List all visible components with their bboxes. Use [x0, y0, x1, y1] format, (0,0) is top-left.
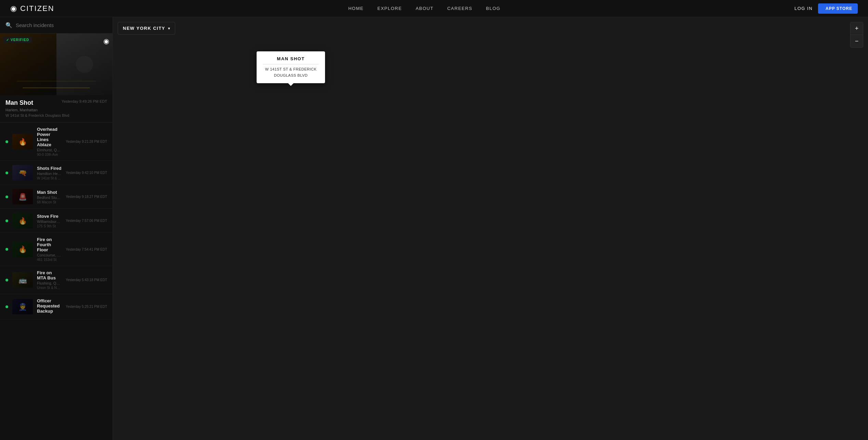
- incident-content: Man Shot Bedford Stuyvesant, Brooklyn 68…: [37, 190, 62, 204]
- map-incident-popup[interactable]: MAN SHOT W 141ST ST & FREDERICK DOUGLASS…: [257, 51, 325, 83]
- location-label: NEW YORK CITY: [123, 26, 165, 31]
- incident-address: 461 153rd St: [37, 258, 62, 262]
- logo[interactable]: ◉ CITIZEN: [10, 4, 54, 13]
- popup-divider: [263, 64, 319, 64]
- incident-content: Fire on Fourth Floor Concourse, Bronx 46…: [37, 237, 62, 262]
- incident-thumbnail: 🔫: [12, 165, 33, 180]
- verified-label: VERIFIED: [11, 38, 29, 42]
- incident-title: Fire on Fourth Floor: [37, 237, 62, 252]
- featured-image: ✓ VERIFIED ◉: [0, 34, 113, 95]
- popup-arrow: [288, 83, 294, 86]
- featured-incident[interactable]: ✓ VERIFIED ◉ Man Shot Yesterday 9:49:26 …: [0, 34, 113, 123]
- incident-time: Yesterday 7:54:41 PM EDT: [66, 248, 107, 251]
- login-button[interactable]: LOG IN: [794, 6, 813, 11]
- featured-time: Yesterday 9:49:26 PM EDT: [62, 99, 107, 103]
- nav-explore[interactable]: EXPLORE: [377, 6, 402, 11]
- incident-title: Shots Fired: [37, 166, 62, 171]
- zoom-in-button[interactable]: +: [851, 22, 863, 35]
- incident-time: Yesterday 5:43:18 PM EDT: [66, 278, 107, 282]
- nav-links: HOME EXPLORE ABOUT CAREERS BLOG: [348, 6, 501, 11]
- list-item[interactable]: 🔥 Overhead Power Lines Ablaze Elmhurst, …: [0, 123, 113, 161]
- incident-location: Hamilton Heights, Manhattan: [37, 172, 62, 176]
- status-dot: [5, 140, 8, 143]
- featured-location: Harlem, Manhattan: [5, 108, 107, 112]
- incident-time: Yesterday 9:21:28 PM EDT: [66, 140, 107, 143]
- incident-location: Elmhurst, Queens: [37, 148, 62, 152]
- popup-address: W 141ST ST & FREDERICK DOUGLASS BLVD: [263, 66, 319, 78]
- popup-address-line1: W 141ST ST & FREDERICK: [265, 67, 317, 71]
- nav-home[interactable]: HOME: [348, 6, 364, 11]
- incident-thumbnail: 🔥: [12, 213, 33, 228]
- signal-icon: ◉: [103, 37, 109, 45]
- appstore-button[interactable]: APP STORE: [818, 3, 858, 14]
- incident-thumbnail: 🚌: [12, 272, 33, 288]
- citizen-logo-text: ◉ CITIZEN: [10, 4, 54, 13]
- incident-content: Stove Fire Williamsburg, Brooklyn 175 S …: [37, 214, 62, 228]
- status-dot: [5, 279, 8, 281]
- map-background: [113, 17, 868, 440]
- nav-careers[interactable]: CAREERS: [447, 6, 472, 11]
- map-zoom-controls: + −: [850, 22, 863, 48]
- status-dot: [5, 196, 8, 198]
- incident-time: Yesterday 5:25:21 PM EDT: [66, 305, 107, 309]
- incident-thumbnail: 🔥: [12, 242, 33, 257]
- incident-thumbnail: 🚨: [12, 189, 33, 204]
- list-item[interactable]: 🚨 Man Shot Bedford Stuyvesant, Brooklyn …: [0, 185, 113, 209]
- incident-time: Yesterday 9:42:10 PM EDT: [66, 171, 107, 175]
- zoom-out-button[interactable]: −: [851, 35, 863, 47]
- incident-location: Concourse, Bronx: [37, 253, 62, 257]
- nav-actions: LOG IN APP STORE: [794, 3, 858, 14]
- incident-content: Fire on MTA Bus Flushing, Queens Union S…: [37, 270, 62, 290]
- incident-address: Union St & Northern Blvd: [37, 286, 62, 290]
- list-item[interactable]: 🔫 Shots Fired Hamilton Heights, Manhatta…: [0, 161, 113, 185]
- nav-blog[interactable]: BLOG: [486, 6, 501, 11]
- incident-thumbnail: 🔥: [12, 134, 33, 149]
- incidents-sidebar: 🔍 ✓ VERIFIED ◉: [0, 17, 113, 440]
- list-item[interactable]: 🚌 Fire on MTA Bus Flushing, Queens Union…: [0, 266, 113, 294]
- incident-location: Williamsburg, Brooklyn: [37, 219, 62, 224]
- list-item[interactable]: 🔥 Fire on Fourth Floor Concourse, Bronx …: [0, 233, 113, 266]
- search-bar[interactable]: 🔍: [0, 17, 113, 34]
- location-selector[interactable]: NEW YORK CITY ▾: [118, 22, 175, 35]
- incident-list: 🔥 Overhead Power Lines Ablaze Elmhurst, …: [0, 123, 113, 319]
- nav-about[interactable]: ABOUT: [416, 6, 433, 11]
- verified-badge: ✓ VERIFIED: [3, 37, 32, 43]
- list-item[interactable]: 🔥 Stove Fire Williamsburg, Brooklyn 175 …: [0, 209, 113, 233]
- search-icon: 🔍: [5, 22, 12, 28]
- search-input[interactable]: [16, 22, 107, 28]
- featured-address: W 141st St & Frederick Douglass Blvd: [5, 113, 107, 117]
- incident-thumbnail: 👮: [12, 299, 33, 314]
- status-dot: [5, 305, 8, 308]
- incident-title: Man Shot: [37, 190, 62, 195]
- incident-content: Shots Fired Hamilton Heights, Manhattan …: [37, 166, 62, 180]
- incident-title: Stove Fire: [37, 214, 62, 219]
- chevron-down-icon: ▾: [168, 26, 170, 31]
- appstore-label: APP STORE: [826, 6, 852, 11]
- incident-address: 90-0 33th Ave: [37, 153, 62, 156]
- featured-info: Man Shot Yesterday 9:49:26 PM EDT Harlem…: [0, 95, 113, 123]
- incident-content: Officer Requested Backup: [37, 298, 62, 315]
- list-item[interactable]: 👮 Officer Requested Backup Yesterday 5:2…: [0, 294, 113, 319]
- popup-address-line2: DOUGLASS BLVD: [274, 73, 308, 77]
- check-icon: ✓: [6, 38, 9, 42]
- incident-address: 68 Macon St: [37, 200, 62, 204]
- popup-title: MAN SHOT: [263, 56, 319, 61]
- top-navigation: ◉ CITIZEN HOME EXPLORE ABOUT CAREERS BLO…: [0, 0, 868, 17]
- incident-address: 175 S 9th St: [37, 224, 62, 228]
- incident-location: Bedford Stuyvesant, Brooklyn: [37, 196, 62, 200]
- live-badge: ◉: [103, 37, 109, 45]
- incident-title: Officer Requested Backup: [37, 298, 62, 314]
- incident-time: Yesterday 9:18:27 PM EDT: [66, 195, 107, 199]
- featured-bg: [0, 34, 113, 95]
- incident-title: Fire on MTA Bus: [37, 270, 62, 280]
- map-container[interactable]: MOONACHIE RIDGEFIELD EDGEWATER UNDERCLIF…: [113, 17, 868, 440]
- incident-time: Yesterday 7:57:06 PM EDT: [66, 219, 107, 223]
- status-dot: [5, 248, 8, 251]
- status-dot: [5, 172, 8, 174]
- featured-title: Man Shot: [5, 99, 33, 106]
- incident-content: Overhead Power Lines Ablaze Elmhurst, Qu…: [37, 127, 62, 156]
- incident-location: Flushing, Queens: [37, 281, 62, 285]
- incident-address: W 141st St & Amsterdam Ave: [37, 176, 62, 180]
- incident-title: Overhead Power Lines Ablaze: [37, 127, 62, 147]
- status-dot: [5, 219, 8, 222]
